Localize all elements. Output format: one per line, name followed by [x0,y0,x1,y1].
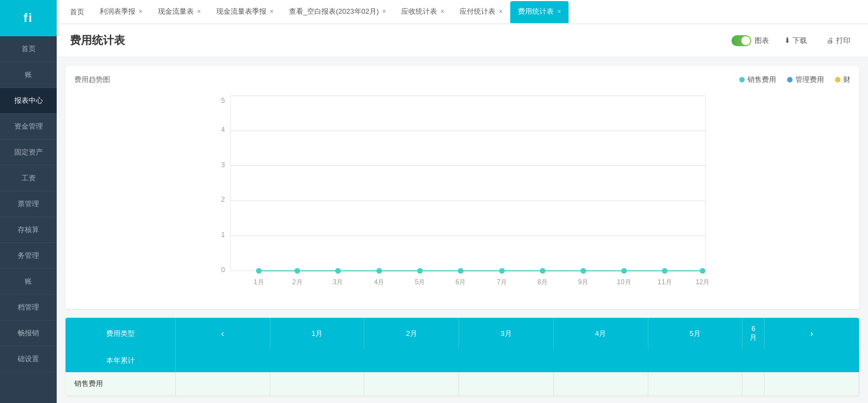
tab-close-profit[interactable]: × [139,8,143,15]
svg-text:10月: 10月 [617,278,631,286]
download-button[interactable]: ⬇ 下载 [780,34,811,48]
tab-close-cashflow-q[interactable]: × [270,8,274,15]
page-header: 费用统计表 图表 ⬇ 下载 🖨 打印 [57,24,868,57]
svg-text:1月: 1月 [254,278,264,286]
sidebar-item-sub-ledger[interactable]: 账 [0,269,57,295]
chart-svg: 0 1 2 3 4 5 1月 2月 [74,91,850,300]
print-icon: 🖨 [827,36,834,45]
sidebar-item-home[interactable]: 首页 [0,36,57,62]
legend-dot-mgmt [787,77,793,82]
row-ytd [765,372,859,395]
sidebar-item-base-settings[interactable]: 础设置 [0,346,57,372]
table-row: 销售费用 [65,372,859,396]
sidebar: fi 首页 账 报表中心 资金管理 固定资产 工资 票管理 存核算 务管理 账 … [0,0,57,403]
col-ytd: 本年累计 [65,349,176,372]
col-m2: 2月 [364,318,459,349]
row-m4 [459,372,554,395]
legend-label-sales: 销售费用 [747,75,776,85]
svg-text:2月: 2月 [292,278,303,286]
svg-text:8月: 8月 [537,278,548,286]
sidebar-item-fixed-assets[interactable]: 固定资产 [0,140,57,165]
row-m3 [364,372,459,395]
col-m3: 3月 [459,318,554,349]
tab-close-receivable[interactable]: × [440,8,444,15]
sidebar-item-report-center[interactable]: 报表中心 [0,88,57,114]
sidebar-item-ledger[interactable]: 账 [0,62,57,88]
chart-legend: 销售费用 管理费用 财 [739,75,850,85]
svg-text:5月: 5月 [415,278,425,286]
row-nav [743,372,765,395]
sidebar-item-writeoff[interactable]: 畅报销 [0,321,57,346]
table-header: 费用类型 ‹ 1月 2月 3月 4月 5月 6月 › 本年累计 [65,318,859,372]
sidebar-item-cash-mgmt[interactable]: 资金管理 [0,114,57,140]
col-prev[interactable]: ‹ [176,318,270,349]
svg-point-30 [458,268,463,273]
tab-view-blank[interactable]: 查看_空白报表(2023年02月) × [281,1,394,23]
col-type: 费用类型 [65,318,176,349]
chart-section: 费用趋势图 销售费用 管理费用 财 [65,66,859,309]
svg-point-28 [376,268,382,273]
svg-point-34 [621,268,627,273]
legend-finance: 财 [835,75,850,85]
svg-text:12月: 12月 [696,278,710,286]
svg-text:4月: 4月 [374,278,385,286]
expense-table: 费用类型 ‹ 1月 2月 3月 4月 5月 6月 › 本年累计 销售费用 [65,318,859,396]
svg-text:9月: 9月 [578,278,588,286]
svg-point-33 [581,268,586,273]
sidebar-item-service[interactable]: 务管理 [0,243,57,269]
sidebar-item-file[interactable]: 档管理 [0,295,57,321]
legend-sales: 销售费用 [739,75,776,85]
legend-mgmt: 管理费用 [787,75,824,85]
svg-point-27 [335,268,341,273]
content-area: 费用统计表 图表 ⬇ 下载 🖨 打印 费用趋势图 [57,24,868,403]
svg-text:3月: 3月 [333,278,343,286]
svg-point-29 [417,268,423,273]
svg-point-32 [540,268,545,273]
tab-home[interactable]: 首页 [62,2,92,23]
col-next[interactable]: › [765,318,859,349]
legend-label-finance: 财 [843,75,850,85]
svg-text:5: 5 [221,97,225,104]
tab-cashflow-quarterly[interactable]: 现金流量表季报 × [209,1,281,23]
tab-expense-stats[interactable]: 费用统计表 × [510,1,569,23]
col-m1: 1月 [270,318,365,349]
chart-title: 费用趋势图 [74,75,110,85]
row-type: 销售费用 [65,372,176,395]
svg-rect-12 [231,96,706,270]
col-m6: 6月 [743,318,765,349]
legend-dot-sales [739,77,745,82]
col-m4: 4月 [554,318,648,349]
svg-text:7月: 7月 [496,278,507,286]
col-m5: 5月 [648,318,743,349]
tab-profit-quarterly[interactable]: 利润表季报 × [92,1,150,23]
sidebar-item-inventory[interactable]: 存核算 [0,217,57,243]
row-m5 [554,372,648,395]
sidebar-item-salary[interactable]: 工资 [0,165,57,191]
svg-point-25 [256,268,261,273]
print-label: 打印 [836,36,850,46]
toggle-text: 图表 [755,36,769,46]
svg-point-31 [499,268,505,273]
prev-arrow[interactable]: ‹ [219,329,226,339]
svg-text:11月: 11月 [658,278,672,286]
next-arrow[interactable]: › [808,329,815,339]
tab-close-expense[interactable]: × [557,8,561,15]
row-m6 [648,372,743,395]
chart-toggle[interactable] [731,35,751,46]
tab-close-blank[interactable]: × [382,8,386,15]
print-button[interactable]: 🖨 打印 [822,34,855,48]
app-logo: fi [0,0,57,36]
header-actions: 图表 ⬇ 下载 🖨 打印 [731,34,855,48]
tab-close-payable[interactable]: × [499,8,503,15]
chart-toggle-label: 图表 [731,35,769,46]
tab-bar: 首页 利润表季报 × 现金流量表 × 现金流量表季报 × 查看_空白报表(202… [57,0,868,24]
main-area: 首页 利润表季报 × 现金流量表 × 现金流量表季报 × 查看_空白报表(202… [57,0,868,403]
tab-cashflow[interactable]: 现金流量表 × [150,1,209,23]
tab-receivable[interactable]: 应收统计表 × [394,1,452,23]
tab-payable[interactable]: 应付统计表 × [452,1,510,23]
tab-close-cashflow[interactable]: × [197,8,201,15]
page-title: 费用统计表 [70,33,125,48]
sidebar-item-invoice[interactable]: 票管理 [0,191,57,217]
chart-header: 费用趋势图 销售费用 管理费用 财 [74,75,850,85]
legend-label-mgmt: 管理费用 [795,75,824,85]
